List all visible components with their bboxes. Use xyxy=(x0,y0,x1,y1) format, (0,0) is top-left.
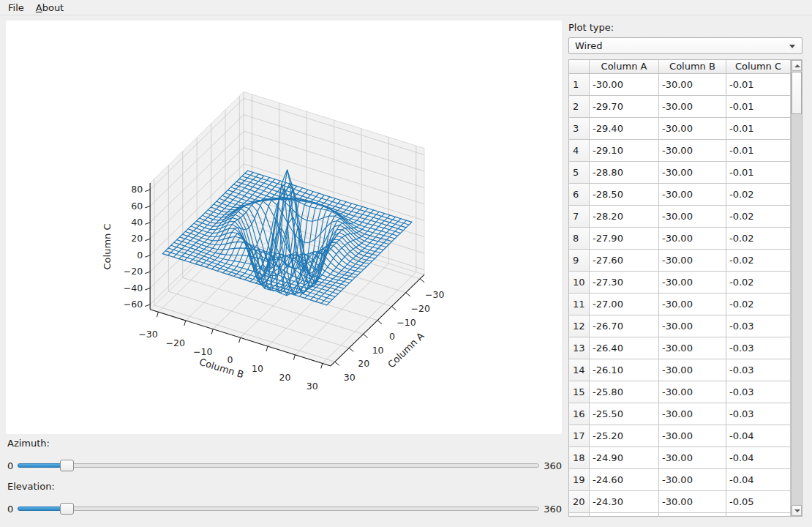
table-cell[interactable]: -0.01 xyxy=(726,96,791,118)
table-cell[interactable]: -28.80 xyxy=(590,162,659,184)
table-cell[interactable]: -26.10 xyxy=(590,359,659,381)
table-row[interactable]: 16-25.50-30.00-0.03 xyxy=(569,403,791,425)
row-header[interactable]: 8 xyxy=(569,228,590,250)
table-cell[interactable]: -30.00 xyxy=(659,96,726,118)
table-cell[interactable]: -30.00 xyxy=(659,140,726,162)
row-header[interactable]: 16 xyxy=(569,403,590,425)
table-cell[interactable]: -27.60 xyxy=(590,250,659,272)
table-row[interactable]: 1-30.00-30.00-0.01 xyxy=(569,74,791,96)
table-cell[interactable]: -0.02 xyxy=(726,228,791,250)
table-cell[interactable]: -30.00 xyxy=(659,359,726,381)
row-header[interactable]: 9 xyxy=(569,250,590,272)
table-cell[interactable]: -0.02 xyxy=(726,294,791,315)
row-header[interactable]: 19 xyxy=(569,469,590,491)
table-cell[interactable]: -30.00 xyxy=(659,491,726,513)
table-cell[interactable]: -0.02 xyxy=(726,250,791,272)
table-row[interactable]: 8-27.90-30.00-0.02 xyxy=(569,228,791,250)
table-cell[interactable]: -0.04 xyxy=(726,469,791,491)
row-header[interactable]: 5 xyxy=(569,162,590,184)
row-header[interactable]: 3 xyxy=(569,118,590,140)
table-cell[interactable]: -30.00 xyxy=(659,184,726,206)
table-row[interactable]: 13-26.40-30.00-0.03 xyxy=(569,337,791,359)
table-cell[interactable]: -27.00 xyxy=(590,294,659,315)
table-cell[interactable]: -30.00 xyxy=(659,294,726,315)
table-row[interactable]: 10-27.30-30.00-0.02 xyxy=(569,272,791,294)
table-cell[interactable]: -25.20 xyxy=(590,425,659,447)
row-header[interactable]: 2 xyxy=(569,96,590,118)
table-cell[interactable]: -30.00 xyxy=(659,118,726,140)
table-row[interactable]: 9-27.60-30.00-0.02 xyxy=(569,250,791,272)
table-cell[interactable]: -30.00 xyxy=(659,469,726,491)
table-cell[interactable]: -30.00 xyxy=(659,206,726,228)
table-row[interactable]: 14-26.10-30.00-0.03 xyxy=(569,359,791,381)
table-cell[interactable]: -0.04 xyxy=(726,447,791,469)
row-header[interactable]: 10 xyxy=(569,272,590,294)
table-cell[interactable]: -25.80 xyxy=(590,381,659,403)
table-cell[interactable]: -0.03 xyxy=(726,403,791,425)
menu-item-about[interactable]: About xyxy=(30,1,69,14)
table-cell[interactable]: -0.01 xyxy=(726,74,791,96)
table-cell[interactable]: -25.50 xyxy=(590,403,659,425)
plot-type-dropdown[interactable]: Wired xyxy=(568,37,802,54)
table-cell[interactable] xyxy=(590,513,659,516)
table-cell[interactable]: -27.90 xyxy=(590,228,659,250)
table-cell[interactable]: -30.00 xyxy=(590,74,659,96)
table-cell[interactable]: -0.03 xyxy=(726,337,791,359)
table-cell[interactable]: -29.10 xyxy=(590,140,659,162)
column-header-column-a[interactable]: Column A xyxy=(590,60,659,73)
elevation-slider-handle[interactable] xyxy=(60,503,74,515)
3d-wireframe-plot[interactable]: 806040200−20−40−60−30−20−100102030−30−20… xyxy=(6,20,562,434)
row-header[interactable]: 18 xyxy=(569,447,590,469)
table-cell[interactable]: -0.01 xyxy=(726,140,791,162)
table-cell[interactable]: -0.01 xyxy=(726,162,791,184)
table-row[interactable]: 7-28.20-30.00-0.02 xyxy=(569,206,791,228)
table-row[interactable]: 19-24.60-30.00-0.04 xyxy=(569,469,791,491)
table-cell[interactable]: -30.00 xyxy=(659,447,726,469)
table-row[interactable]: 4-29.10-30.00-0.01 xyxy=(569,140,791,162)
table-cell[interactable]: -0.05 xyxy=(726,491,791,513)
table-cell[interactable] xyxy=(726,513,791,516)
table-cell[interactable]: -30.00 xyxy=(659,272,726,294)
scrollbar-thumb[interactable] xyxy=(792,72,802,114)
row-header[interactable]: 15 xyxy=(569,381,590,403)
table-row[interactable]: 2-29.70-30.00-0.01 xyxy=(569,96,791,118)
table-row[interactable]: 15-25.80-30.00-0.03 xyxy=(569,381,791,403)
table-row[interactable] xyxy=(569,513,791,516)
row-header[interactable]: 20 xyxy=(569,491,590,513)
table-cell[interactable]: -30.00 xyxy=(659,381,726,403)
table-cell[interactable]: -30.00 xyxy=(659,228,726,250)
elevation-slider[interactable] xyxy=(18,507,539,511)
table-row[interactable]: 20-24.30-30.00-0.05 xyxy=(569,491,791,513)
table-cell[interactable]: -30.00 xyxy=(659,403,726,425)
table-row[interactable]: 5-28.80-30.00-0.01 xyxy=(569,162,791,184)
table-cell[interactable]: -0.04 xyxy=(726,425,791,447)
table-cell[interactable]: -0.02 xyxy=(726,206,791,228)
scroll-down-button[interactable] xyxy=(792,505,802,516)
table-cell[interactable]: -29.70 xyxy=(590,96,659,118)
row-header[interactable] xyxy=(569,513,590,516)
table-cell[interactable]: -24.90 xyxy=(590,447,659,469)
table-cell[interactable]: -0.03 xyxy=(726,359,791,381)
row-header[interactable]: 13 xyxy=(569,337,590,359)
table-cell[interactable]: -0.03 xyxy=(726,315,791,337)
table-cell[interactable]: -30.00 xyxy=(659,74,726,96)
row-header[interactable]: 17 xyxy=(569,425,590,447)
table-cell[interactable]: -28.50 xyxy=(590,184,659,206)
table-cell[interactable]: -26.40 xyxy=(590,337,659,359)
azimuth-slider-handle[interactable] xyxy=(60,460,74,471)
table-row[interactable]: 18-24.90-30.00-0.04 xyxy=(569,447,791,469)
table-row[interactable]: 17-25.20-30.00-0.04 xyxy=(569,425,791,447)
azimuth-slider[interactable] xyxy=(18,463,539,468)
table-cell[interactable]: -30.00 xyxy=(659,425,726,447)
table-cell[interactable]: -30.00 xyxy=(659,315,726,337)
table-vertical-scrollbar[interactable] xyxy=(791,60,802,516)
table-cell[interactable]: -0.02 xyxy=(726,272,791,294)
table-cell[interactable] xyxy=(659,513,726,516)
table-cell[interactable]: -30.00 xyxy=(659,337,726,359)
row-header[interactable]: 12 xyxy=(569,315,590,337)
table-cell[interactable]: -24.30 xyxy=(590,491,659,513)
table-cell[interactable]: -30.00 xyxy=(659,162,726,184)
plot-figure[interactable]: 806040200−20−40−60−30−20−100102030−30−20… xyxy=(6,20,562,434)
table-cell[interactable]: -27.30 xyxy=(590,272,659,294)
table-cell[interactable]: -30.00 xyxy=(659,250,726,272)
